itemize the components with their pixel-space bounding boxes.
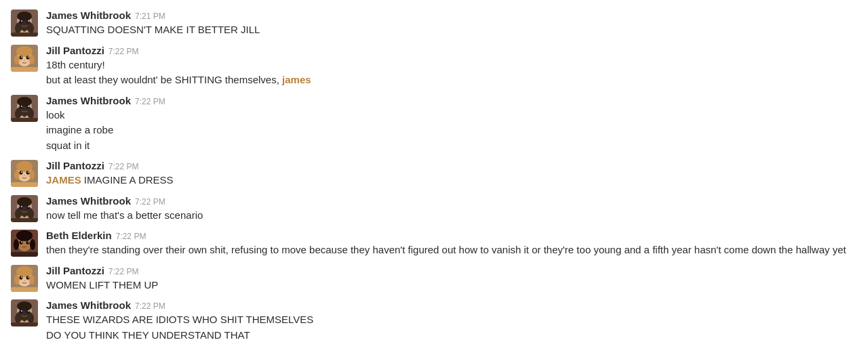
message-text: look bbox=[46, 108, 857, 123]
avatar bbox=[11, 299, 38, 326]
message-group: Jill Pantozzi7:22 PM18th century!but at … bbox=[11, 42, 857, 91]
message-text: SQUATTING DOESN'T MAKE IT BETTER JILL bbox=[46, 22, 857, 38]
message-group: Jill Pantozzi7:22 PMWOMEN LIFT THEM UP bbox=[11, 262, 857, 296]
message-text: THESE WIZARDS ARE IDIOTS WHO SHIT THEMSE… bbox=[46, 312, 857, 328]
username: Jill Pantozzi bbox=[46, 160, 104, 171]
message-content: James Whitbrook7:22 PMlookimagine a robe… bbox=[46, 95, 857, 154]
username: James Whitbrook bbox=[46, 299, 131, 311]
message-content: Beth Elderkin7:22 PMthen they're standin… bbox=[46, 230, 857, 258]
avatar bbox=[11, 45, 38, 72]
avatar bbox=[11, 95, 38, 122]
username: Jill Pantozzi bbox=[46, 45, 104, 56]
timestamp: 7:22 PM bbox=[135, 97, 165, 106]
avatar bbox=[11, 9, 38, 37]
message-header: Jill Pantozzi7:22 PM bbox=[46, 265, 857, 276]
username: James Whitbrook bbox=[46, 9, 131, 21]
avatar bbox=[11, 265, 38, 292]
message-header: Jill Pantozzi7:22 PM bbox=[46, 45, 857, 56]
message-text: imagine a robe bbox=[46, 123, 857, 138]
mention: JAMES bbox=[46, 174, 81, 186]
message-header: James Whitbrook7:21 PM bbox=[46, 9, 857, 21]
timestamp: 7:22 PM bbox=[108, 162, 139, 171]
message-group: James Whitbrook7:22 PMnow tell me that's… bbox=[11, 192, 857, 226]
message-group: Beth Elderkin7:22 PMthen they're standin… bbox=[11, 227, 857, 261]
chat-container: James Whitbrook7:21 PMSQUATTING DOESN'T … bbox=[11, 7, 857, 345]
username: James Whitbrook bbox=[46, 95, 131, 106]
avatar bbox=[11, 230, 38, 257]
message-group: James Whitbrook7:22 PMTHESE WIZARDS ARE … bbox=[11, 297, 857, 345]
message-text: JAMES IMAGINE A DRESS bbox=[46, 173, 857, 188]
message-group: James Whitbrook7:22 PMlookimagine a robe… bbox=[11, 92, 857, 156]
avatar bbox=[11, 195, 38, 222]
timestamp: 7:22 PM bbox=[108, 267, 139, 276]
timestamp: 7:22 PM bbox=[135, 301, 165, 311]
message-header: Beth Elderkin7:22 PM bbox=[46, 230, 857, 241]
message-content: Jill Pantozzi7:22 PM18th century!but at … bbox=[46, 45, 857, 88]
timestamp: 7:22 PM bbox=[108, 47, 139, 56]
message-content: Jill Pantozzi7:22 PMJAMES IMAGINE A DRES… bbox=[46, 160, 857, 188]
message-content: Jill Pantozzi7:22 PMWOMEN LIFT THEM UP bbox=[46, 265, 857, 293]
timestamp: 7:22 PM bbox=[135, 197, 165, 207]
message-content: James Whitbrook7:22 PMTHESE WIZARDS ARE … bbox=[46, 299, 857, 343]
message-text: now tell me that's a better scenario bbox=[46, 208, 857, 224]
message-header: James Whitbrook7:22 PM bbox=[46, 195, 857, 207]
username: James Whitbrook bbox=[46, 195, 131, 207]
message-text: DO YOU THINK THEY UNDERSTAND THAT bbox=[46, 328, 857, 343]
message-group: James Whitbrook7:21 PMSQUATTING DOESN'T … bbox=[11, 7, 857, 41]
username: Jill Pantozzi bbox=[46, 265, 104, 276]
timestamp: 7:21 PM bbox=[135, 12, 165, 21]
message-header: James Whitbrook7:22 PM bbox=[46, 95, 857, 106]
message-text: WOMEN LIFT THEM UP bbox=[46, 278, 857, 293]
message-header: James Whitbrook7:22 PM bbox=[46, 299, 857, 311]
message-text: squat in it bbox=[46, 138, 857, 154]
message-text: but at least they wouldnt' be SHITTING t… bbox=[46, 72, 857, 88]
message-group: Jill Pantozzi7:22 PMJAMES IMAGINE A DRES… bbox=[11, 157, 857, 191]
message-text: then they're standing over their own shi… bbox=[46, 242, 857, 258]
mention: james bbox=[282, 74, 311, 85]
message-header: Jill Pantozzi7:22 PM bbox=[46, 160, 857, 171]
message-content: James Whitbrook7:22 PMnow tell me that's… bbox=[46, 195, 857, 224]
message-content: James Whitbrook7:21 PMSQUATTING DOESN'T … bbox=[46, 9, 857, 38]
message-text: 18th century! bbox=[46, 58, 857, 73]
username: Beth Elderkin bbox=[46, 230, 112, 241]
avatar bbox=[11, 160, 38, 187]
timestamp: 7:22 PM bbox=[116, 232, 146, 241]
